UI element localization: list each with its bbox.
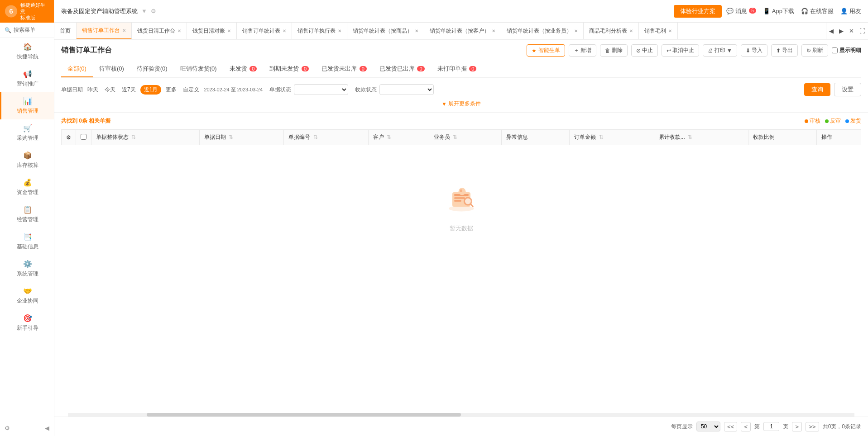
date-shortcut-yesterday[interactable]: 昨天	[86, 85, 100, 95]
user-btn[interactable]: 👤 用友	[840, 7, 861, 15]
smart-order-btn[interactable]: ★ 智能生单	[527, 44, 565, 57]
sidebar-item-newbie[interactable]: 🎯 新手引导	[0, 309, 54, 336]
tab-close-daily-clear[interactable]: ✕	[177, 28, 181, 33]
sidebar-item-operation[interactable]: 📋 经营管理	[0, 201, 54, 228]
tab-daily-clear[interactable]: 钱货日清工作台 ✕	[132, 23, 187, 39]
sidebar-item-inventory[interactable]: 📦 库存核算	[0, 147, 54, 174]
subtab-wangpu-ship[interactable]: 旺铺待发货(0)	[174, 61, 223, 77]
audit-action-btn[interactable]: 审核	[805, 117, 820, 125]
payment-select[interactable]	[379, 84, 434, 95]
subtab-pending-audit[interactable]: 待审核(0)	[93, 61, 130, 77]
stop-btn[interactable]: ⊘ 中止	[631, 44, 658, 57]
chevron-down-icon[interactable]: ▼	[141, 8, 147, 14]
app-download-btn[interactable]: 📱 App下载	[763, 7, 794, 15]
tab-maximize[interactable]: ⛶	[857, 23, 868, 39]
last-page-btn[interactable]: >>	[806, 422, 819, 431]
sidebar-item-promotion[interactable]: 📢 营销推广	[0, 65, 54, 92]
th-number[interactable]: 单据编号 ⇅	[284, 130, 368, 145]
expand-filter-btn[interactable]: ▼ 展开更多条件	[441, 100, 481, 108]
tab-close-sales-customer[interactable]: ✕	[492, 28, 495, 33]
date-shortcut-7days[interactable]: 近7天	[120, 85, 138, 95]
search-icon: 🔍	[5, 27, 11, 33]
import-btn[interactable]: ⬇ 导入	[741, 44, 767, 57]
display-detail-checkbox[interactable]	[832, 47, 838, 53]
tab-close-gross-profit[interactable]: ✕	[629, 28, 633, 33]
settings-icon[interactable]: ⚙	[5, 425, 10, 431]
tab-sales-gross[interactable]: 销售毛利 ✕	[639, 23, 678, 39]
date-shortcut-1month[interactable]: 近1月	[140, 85, 162, 95]
tab-close-sales-order[interactable]: ✕	[122, 28, 126, 33]
setting-btn[interactable]: 设置	[834, 83, 861, 96]
th-accumulated[interactable]: 累计收款... ⇅	[654, 130, 748, 145]
sidebar-search[interactable]: 🔍 搜索菜单	[0, 23, 54, 38]
tab-close-sales-gross[interactable]: ✕	[668, 28, 672, 33]
status-select[interactable]	[294, 84, 348, 95]
subtab-pending-inspect[interactable]: 待择验货(0)	[130, 61, 174, 77]
page-input[interactable]	[763, 422, 779, 431]
first-page-btn[interactable]: <<	[724, 422, 738, 431]
page-size-select[interactable]: 50 10 20 100	[696, 422, 720, 431]
experience-btn[interactable]: 体验行业方案	[674, 5, 722, 18]
tab-sales-staff[interactable]: 销货单统计表（按业务员） ✕	[501, 23, 584, 39]
sidebar-item-purchase[interactable]: 🛒 采购管理	[0, 119, 54, 147]
tab-order-exec[interactable]: 销售订单执行表 ✕	[292, 23, 347, 39]
sidebar-item-system[interactable]: ⚙️ 系统管理	[0, 255, 54, 282]
tab-sales-order[interactable]: 销售订单工作台 ✕	[77, 23, 132, 39]
subtab-unprinted[interactable]: 未打印单据 0	[431, 61, 483, 77]
tab-close-all[interactable]: ✕	[846, 23, 857, 39]
tab-close-sales-product[interactable]: ✕	[415, 28, 418, 33]
tab-close-sales-staff[interactable]: ✕	[574, 28, 578, 33]
next-page-btn[interactable]: >	[792, 422, 802, 431]
th-status[interactable]: 单据整体状态 ⇅	[91, 130, 200, 145]
sidebar-item-finance[interactable]: 💰 资金管理	[0, 174, 54, 201]
collapse-icon[interactable]: ◀	[45, 425, 49, 431]
subtab-unshipped[interactable]: 未发货 0	[223, 61, 264, 77]
th-customer[interactable]: 客户 ⇅	[368, 130, 429, 145]
delete-btn[interactable]: 🗑 删除	[600, 44, 628, 57]
th-checkbox[interactable]	[76, 130, 91, 145]
sidebar-item-corp[interactable]: 🤝 企业协同	[0, 282, 54, 309]
tab-sales-product[interactable]: 销货单统计表（按商品） ✕	[347, 23, 424, 39]
select-all-checkbox[interactable]	[81, 134, 86, 140]
tab-gross-profit[interactable]: 商品毛利分析表 ✕	[584, 23, 639, 39]
message-btn[interactable]: 💬 消息 5	[726, 7, 756, 15]
tab-reconcile[interactable]: 钱货日清对账 ✕	[187, 23, 237, 39]
th-order-amount[interactable]: 订单金额 ⇅	[570, 130, 654, 145]
cancel-stop-btn[interactable]: ↩ 取消中止	[662, 44, 699, 57]
display-detail-label[interactable]: 显示明细	[832, 47, 861, 54]
subtab-overdue-ship[interactable]: 到期未发货 0	[263, 61, 315, 77]
topbar-settings-icon[interactable]: ⚙	[151, 8, 156, 14]
subtab-shipped-out[interactable]: 已发货已出库 0	[373, 61, 431, 77]
tab-next-arrow[interactable]: ▶	[836, 23, 846, 39]
tab-prev-arrow[interactable]: ◀	[826, 23, 836, 39]
tab-home[interactable]: 首页	[54, 23, 77, 39]
th-date[interactable]: 单据日期 ⇅	[199, 130, 283, 145]
refresh-btn[interactable]: ↻ 刷新	[801, 44, 828, 57]
date-shortcut-today[interactable]: 今天	[103, 85, 117, 95]
subtab-shipped-not-out[interactable]: 已发货未出库 0	[315, 61, 373, 77]
prev-page-btn[interactable]: <	[741, 422, 751, 431]
sidebar-item-basic[interactable]: 📑 基础信息	[0, 228, 54, 255]
scroll-thumb[interactable]	[147, 413, 461, 417]
tab-close-order-stats[interactable]: ✕	[283, 28, 286, 33]
th-settings[interactable]: ⚙	[62, 130, 76, 145]
reverse-audit-btn[interactable]: 反审	[825, 117, 841, 125]
horizontal-scrollbar[interactable]	[68, 413, 854, 417]
tab-close-reconcile[interactable]: ✕	[227, 28, 231, 33]
new-order-btn[interactable]: ＋ 新增	[569, 44, 596, 57]
subtab-all[interactable]: 全部(0)	[61, 61, 93, 77]
service-icon: 🎧	[801, 8, 808, 14]
print-btn[interactable]: 🖨 打印 ▼	[703, 44, 737, 57]
sidebar-item-sales[interactable]: 📊 销售管理	[0, 92, 54, 119]
th-staff[interactable]: 业务员 ⇅	[429, 130, 501, 145]
tab-close-order-exec[interactable]: ✕	[338, 28, 341, 33]
query-btn[interactable]: 查询	[804, 83, 830, 96]
tab-order-stats[interactable]: 销售订单统计表 ✕	[237, 23, 292, 39]
date-shortcut-more[interactable]: 更多	[164, 85, 178, 95]
tab-sales-customer[interactable]: 销货单统计表（按客户） ✕	[424, 23, 501, 39]
ship-action-btn[interactable]: 发货	[845, 117, 861, 125]
online-service-btn[interactable]: 🎧 在线客服	[801, 7, 834, 15]
export-btn[interactable]: ⬆ 导出	[771, 44, 798, 57]
sidebar-item-nav[interactable]: 🏠 快捷导航	[0, 38, 54, 65]
date-shortcut-custom[interactable]: 自定义	[181, 85, 201, 95]
